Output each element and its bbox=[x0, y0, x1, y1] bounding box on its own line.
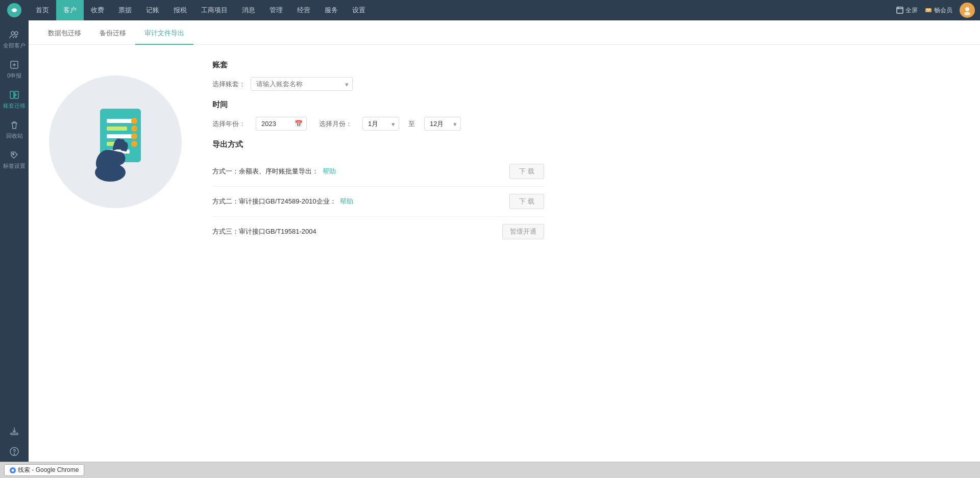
illustration-circle bbox=[49, 76, 182, 208]
method-3-open-btn[interactable]: 暂缓开通 bbox=[502, 224, 544, 239]
nav-bookkeeping[interactable]: 记账 bbox=[139, 0, 166, 20]
vip-btn[interactable]: 畅会员 bbox=[925, 6, 952, 15]
year-label: 选择年份： bbox=[212, 119, 246, 129]
svg-point-8 bbox=[15, 32, 18, 35]
time-row: 选择年份： 📅 选择月份： 1月2月3月4月 5月6月7月8月 9月10月11月… bbox=[212, 117, 544, 131]
content-area: 数据包迁移 备份迁移 审计文件导出 bbox=[29, 20, 980, 462]
month-end-wrapper: 1月2月3月4月 5月6月7月8月 9月10月11月 12月 ▾ bbox=[424, 117, 461, 131]
account-label: 选择账套： bbox=[212, 80, 246, 89]
taskbar: 线索 - Google Chrome bbox=[0, 462, 980, 478]
svg-point-28 bbox=[12, 469, 14, 471]
svg-rect-18 bbox=[107, 127, 127, 131]
year-input[interactable] bbox=[256, 117, 307, 131]
month-end-select[interactable]: 1月2月3月4月 5月6月7月8月 9月10月11月 12月 bbox=[424, 117, 461, 131]
user-avatar[interactable] bbox=[960, 3, 975, 18]
export-section-title: 导出方式 bbox=[212, 140, 544, 149]
sidebar-item-migrate[interactable]: 账套迁移 bbox=[0, 85, 29, 115]
svg-point-5 bbox=[965, 7, 969, 11]
method-row-3: 方式三：审计接口GB/T19581-2004 暂缓开通 bbox=[212, 217, 544, 246]
to-text: 至 bbox=[408, 119, 415, 129]
chrome-icon bbox=[10, 467, 16, 473]
svg-point-25 bbox=[131, 141, 137, 147]
method-1-text: 方式一：余额表、序时账批量导出： 帮助 bbox=[212, 167, 336, 176]
nav-manage[interactable]: 管理 bbox=[262, 0, 290, 20]
sidebar-item-tag-settings[interactable]: 标签设置 bbox=[0, 145, 29, 175]
nav-tax[interactable]: 报税 bbox=[166, 0, 194, 20]
sidebar-item-help[interactable] bbox=[7, 441, 21, 462]
sidebar-item-zero-declare[interactable]: 0申报 bbox=[0, 55, 29, 85]
nav-home[interactable]: 首页 bbox=[29, 0, 56, 20]
nav-items: 首页 客户 收费 票据 记账 报税 工商项目 消息 管理 经营 服务 设置 bbox=[29, 0, 896, 20]
sidebar-item-download[interactable] bbox=[7, 421, 21, 441]
account-select[interactable] bbox=[251, 77, 353, 91]
tab-audit-export[interactable]: 审计文件导出 bbox=[135, 22, 193, 45]
illustration-area bbox=[49, 60, 182, 446]
svg-rect-10 bbox=[10, 91, 14, 98]
svg-point-12 bbox=[13, 154, 14, 155]
method-2-help-link[interactable]: 帮助 bbox=[340, 197, 353, 205]
sidebar-bottom bbox=[7, 421, 21, 462]
method-3-text: 方式三：审计接口GB/T19581-2004 bbox=[212, 227, 316, 236]
method-row-1: 方式一：余额表、序时账批量导出： 帮助 下 载 bbox=[212, 157, 544, 187]
year-input-wrapper: 📅 bbox=[256, 117, 307, 131]
sub-tabs: 数据包迁移 备份迁移 审计文件导出 bbox=[29, 20, 980, 45]
nav-invoice[interactable]: 票据 bbox=[111, 0, 139, 20]
nav-right: 全屏 畅会员 bbox=[896, 3, 975, 18]
account-row: 选择账套： ▾ bbox=[212, 77, 544, 91]
svg-point-1 bbox=[13, 9, 16, 12]
month-start-wrapper: 1月2月3月4月 5月6月7月8月 9月10月11月12月 ▾ bbox=[362, 117, 399, 131]
svg-point-23 bbox=[131, 125, 137, 132]
tab-data-migration[interactable]: 数据包迁移 bbox=[39, 22, 90, 45]
svg-point-15 bbox=[14, 454, 15, 455]
taskbar-chrome-item[interactable]: 线索 - Google Chrome bbox=[4, 464, 84, 476]
app-logo bbox=[5, 1, 23, 19]
main-layout: 全部客户 0申报 账套迁移 回收站 bbox=[0, 20, 980, 462]
form-area: 账套 选择账套： ▾ 时间 选择年份： 📅 选择月份： bbox=[212, 60, 544, 446]
method-1-help-link[interactable]: 帮助 bbox=[323, 167, 336, 175]
nav-service[interactable]: 服务 bbox=[317, 0, 345, 20]
sidebar-item-trash[interactable]: 回收站 bbox=[0, 115, 29, 145]
nav-message[interactable]: 消息 bbox=[235, 0, 262, 20]
svg-rect-2 bbox=[897, 7, 903, 13]
nav-business[interactable]: 工商项目 bbox=[194, 0, 235, 20]
svg-rect-17 bbox=[107, 119, 132, 123]
sidebar-item-all-customers[interactable]: 全部客户 bbox=[0, 24, 29, 55]
month-start-select[interactable]: 1月2月3月4月 5月6月7月8月 9月10月11月12月 bbox=[362, 117, 399, 131]
svg-point-7 bbox=[11, 32, 14, 35]
account-select-wrapper: ▾ bbox=[251, 77, 353, 91]
svg-point-24 bbox=[131, 133, 137, 139]
method-2-download-btn[interactable]: 下 载 bbox=[509, 194, 544, 209]
tab-backup-migration[interactable]: 备份迁移 bbox=[90, 22, 135, 45]
top-nav: 首页 客户 收费 票据 记账 报税 工商项目 消息 管理 经营 服务 设置 全屏… bbox=[0, 0, 980, 20]
account-section-title: 账套 bbox=[212, 60, 544, 70]
svg-rect-13 bbox=[11, 433, 18, 435]
nav-billing[interactable]: 收费 bbox=[84, 0, 111, 20]
time-section-title: 时间 bbox=[212, 100, 544, 110]
sidebar: 全部客户 0申报 账套迁移 回收站 bbox=[0, 20, 29, 462]
method-1-download-btn[interactable]: 下 载 bbox=[509, 164, 544, 179]
nav-customers[interactable]: 客户 bbox=[56, 0, 84, 20]
nav-settings[interactable]: 设置 bbox=[345, 0, 373, 20]
fullscreen-btn[interactable]: 全屏 bbox=[896, 6, 918, 15]
month-label: 选择月份： bbox=[319, 119, 352, 129]
page-content: 账套 选择账套： ▾ 时间 选择年份： 📅 选择月份： bbox=[29, 45, 980, 462]
nav-operation[interactable]: 经营 bbox=[290, 0, 317, 20]
svg-rect-19 bbox=[107, 134, 132, 138]
method-row-2: 方式二：审计接口GB/T24589-2010企业： 帮助 下 载 bbox=[212, 187, 544, 217]
svg-point-22 bbox=[131, 118, 137, 124]
method-2-text: 方式二：审计接口GB/T24589-2010企业： 帮助 bbox=[212, 197, 353, 206]
